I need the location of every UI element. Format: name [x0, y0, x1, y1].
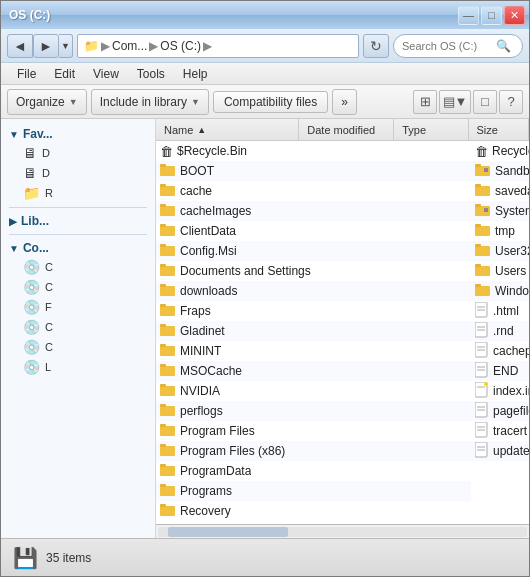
menu-view[interactable]: View: [85, 65, 127, 83]
horizontal-scrollbar[interactable]: [156, 524, 529, 538]
file-name: Users: [495, 264, 526, 278]
sidebar-item-drive-c2[interactable]: 💿 C: [5, 277, 151, 297]
list-item[interactable]: User32Backup: [471, 241, 529, 261]
col-header-name[interactable]: Name ▲: [156, 119, 299, 140]
file-name: Programs: [180, 484, 232, 498]
sidebar-item-recent[interactable]: 📁 R: [5, 183, 151, 203]
list-item[interactable]: 🗑$Recycle.Bin: [156, 141, 471, 161]
title-bar: OS (C:) — □ ✕: [1, 1, 529, 29]
search-box[interactable]: 🔍: [393, 34, 523, 58]
back-button[interactable]: ◄: [7, 34, 33, 58]
list-item[interactable]: Program Files: [156, 421, 471, 441]
nav-dropdown[interactable]: ▼: [59, 34, 73, 58]
sidebar-item-desktop1[interactable]: 🖥 D: [5, 143, 151, 163]
list-item[interactable]: Gladinet: [156, 321, 471, 341]
list-item[interactable]: tracert: [471, 421, 529, 441]
list-item[interactable]: .rnd: [471, 321, 529, 341]
list-item[interactable]: BOOT: [156, 161, 471, 181]
svg-rect-33: [160, 484, 166, 487]
svg-rect-6: [160, 226, 175, 236]
list-item[interactable]: Config.Msi: [156, 241, 471, 261]
list-item[interactable]: Program Files (x86): [156, 441, 471, 461]
col-header-type[interactable]: Type: [394, 119, 468, 140]
sidebar-item-desktop2[interactable]: 🖥 D: [5, 163, 151, 183]
file-name: .rnd: [493, 324, 514, 338]
list-item[interactable]: Documents and Settings: [156, 261, 471, 281]
list-item[interactable]: END: [471, 361, 529, 381]
sidebar-item-label: L: [45, 361, 51, 373]
view-grid-button[interactable]: ⊞: [413, 90, 437, 114]
list-item[interactable]: System Volume Information: [471, 201, 529, 221]
content-area: ▼ Fav... 🖥 D 🖥 D 📁 R ▶ Lib...: [1, 119, 529, 538]
col-header-size[interactable]: Size: [469, 119, 529, 140]
list-item[interactable]: savedata: [471, 181, 529, 201]
list-item[interactable]: cachepermission_file.txt: [471, 341, 529, 361]
file-name: ProgramData: [180, 464, 251, 478]
more-button[interactable]: »: [332, 89, 357, 115]
list-item[interactable]: pagefile.sys: [471, 401, 529, 421]
list-item[interactable]: Sandbox: [471, 161, 529, 181]
svg-rect-32: [160, 486, 175, 496]
list-item[interactable]: cacheImages: [156, 201, 471, 221]
list-item[interactable]: Fraps: [156, 301, 471, 321]
view-list-dropdown[interactable]: ▤▼: [439, 90, 471, 114]
sidebar-item-drive-c1[interactable]: 💿 C: [5, 257, 151, 277]
menu-edit[interactable]: Edit: [46, 65, 83, 83]
sidebar-item-drive-c4[interactable]: 💿 C: [5, 337, 151, 357]
list-item[interactable]: MSOCache: [156, 361, 471, 381]
list-item[interactable]: tmp: [471, 221, 529, 241]
search-input[interactable]: [402, 40, 492, 52]
refresh-button[interactable]: ↻: [363, 34, 389, 58]
svg-rect-27: [160, 424, 166, 427]
properties-button[interactable]: □: [473, 90, 497, 114]
drive-icon: 💿: [23, 319, 40, 335]
menu-file[interactable]: File: [9, 65, 44, 83]
svg-rect-19: [160, 344, 166, 347]
item-count: 35 items: [46, 551, 91, 565]
svg-rect-11: [160, 264, 166, 267]
include-in-library-button[interactable]: Include in library ▼: [91, 89, 209, 115]
file-name: Gladinet: [180, 324, 225, 338]
search-icon[interactable]: 🔍: [496, 39, 511, 53]
sidebar-section-favorites[interactable]: ▼ Fav...: [5, 125, 151, 143]
organize-button[interactable]: Organize ▼: [7, 89, 87, 115]
list-item[interactable]: Programs: [156, 481, 471, 501]
list-item[interactable]: ClientData: [156, 221, 471, 241]
list-item[interactable]: downloads: [156, 281, 471, 301]
scrollbar-thumb[interactable]: [168, 527, 288, 537]
minimize-button[interactable]: —: [458, 6, 479, 25]
compatibility-files-badge[interactable]: Compatibility files: [213, 91, 328, 113]
address-path[interactable]: 📁 ▶ Com... ▶ OS (C:) ▶: [77, 34, 359, 58]
col-header-date[interactable]: Date modified: [299, 119, 394, 140]
list-item[interactable]: ProgramData: [156, 461, 471, 481]
menu-help[interactable]: Help: [175, 65, 216, 83]
sidebar-section-computer[interactable]: ▼ Co...: [5, 239, 151, 257]
sidebar-item-drive-c3[interactable]: 💿 C: [5, 317, 151, 337]
close-button[interactable]: ✕: [504, 6, 525, 25]
maximize-button[interactable]: □: [481, 6, 502, 25]
file-list-left: 🗑$Recycle.BinBOOTcachecacheImagesClientD…: [156, 141, 471, 524]
list-item[interactable]: cache: [156, 181, 471, 201]
sidebar-section-libraries[interactable]: ▶ Lib...: [5, 212, 151, 230]
list-item[interactable]: 🗑Recycler: [471, 141, 529, 161]
svg-rect-12: [160, 286, 175, 296]
menu-tools[interactable]: Tools: [129, 65, 173, 83]
list-item[interactable]: MININT: [156, 341, 471, 361]
list-item[interactable]: index.ini: [471, 381, 529, 401]
list-item[interactable]: Windows: [471, 281, 529, 301]
list-item[interactable]: update.txt: [471, 441, 529, 461]
list-item[interactable]: Recovery: [156, 501, 471, 521]
sidebar-item-drive-l[interactable]: 💿 L: [5, 357, 151, 377]
sidebar-item-drive-f[interactable]: 💿 F: [5, 297, 151, 317]
list-item[interactable]: .html: [471, 301, 529, 321]
file-icon: [160, 163, 176, 179]
file-icon: [160, 403, 176, 419]
list-item[interactable]: perflogs: [156, 401, 471, 421]
help-button[interactable]: ?: [499, 90, 523, 114]
list-item[interactable]: NVIDIA: [156, 381, 471, 401]
file-icon: [160, 283, 176, 299]
list-item[interactable]: Users: [471, 261, 529, 281]
svg-rect-47: [475, 244, 481, 247]
forward-button[interactable]: ►: [33, 34, 59, 58]
organize-label: Organize: [16, 95, 65, 109]
